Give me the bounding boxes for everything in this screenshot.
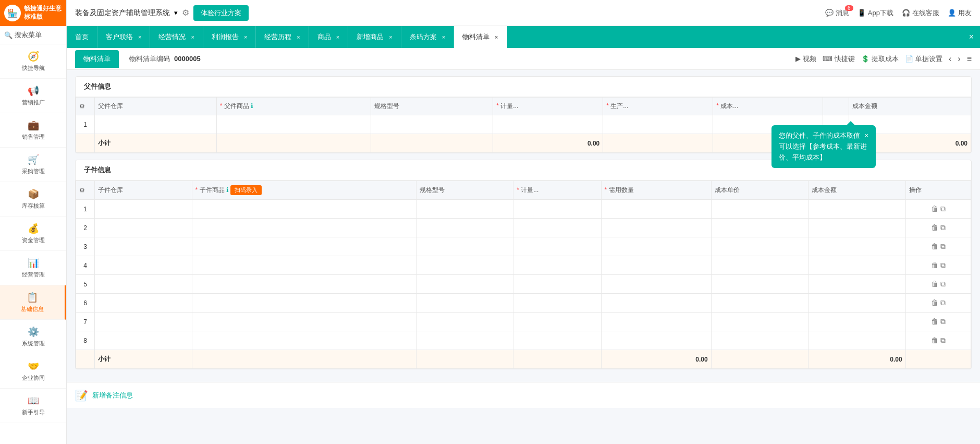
tab-operation-history[interactable]: 经营历程 × [256, 26, 309, 48]
child-row-goods[interactable] [192, 256, 416, 275]
expand-btn[interactable]: ≡ [967, 54, 972, 64]
child-row-unit-cost[interactable] [711, 219, 808, 237]
sidebar-nav-quick-nav[interactable]: 🧭 快捷导航 [0, 44, 66, 79]
child-row-unit[interactable] [513, 275, 601, 294]
copy-icon[interactable]: ⧉ [940, 223, 946, 232]
child-row-action[interactable]: 🗑 ⧉ [905, 200, 971, 219]
user-item[interactable]: 👤 用友 [948, 8, 972, 18]
child-row-unit[interactable] [513, 237, 601, 256]
parent-th-settings[interactable]: ⚙ [76, 98, 95, 115]
child-row-goods[interactable] [192, 200, 416, 219]
child-row-quantity[interactable] [601, 331, 711, 350]
tab-barcode-plan-close[interactable]: × [442, 34, 445, 40]
child-row-goods[interactable] [192, 237, 416, 256]
copy-icon[interactable]: ⧉ [940, 317, 946, 326]
child-row-spec[interactable] [416, 294, 513, 313]
delete-icon[interactable]: 🗑 [931, 298, 938, 307]
child-row-spec[interactable] [416, 237, 513, 256]
delete-icon[interactable]: 🗑 [931, 280, 938, 289]
delete-icon[interactable]: 🗑 [931, 205, 938, 213]
child-row-unit-cost[interactable] [711, 294, 808, 313]
tab-new-goods-close[interactable]: × [389, 34, 392, 40]
child-row-action[interactable]: 🗑 ⧉ [905, 331, 971, 350]
tab-operation-status-close[interactable]: × [191, 34, 194, 40]
child-row-unit[interactable] [513, 256, 601, 275]
sidebar-nav-inventory[interactable]: 📦 库存核算 [0, 182, 66, 217]
child-row-warehouse[interactable] [95, 237, 192, 256]
child-th-settings[interactable]: ⚙ [76, 181, 95, 200]
child-row-spec[interactable] [416, 200, 513, 219]
child-row-quantity[interactable] [601, 294, 711, 313]
search-menu[interactable]: 🔍 搜索菜单 [0, 26, 66, 44]
child-row-action[interactable]: 🗑 ⧉ [905, 219, 971, 237]
single-settings-action[interactable]: 📄 单据设置 [905, 54, 942, 64]
online-service-item[interactable]: 🎧 在线客服 [902, 8, 939, 18]
tab-new-goods[interactable]: 新增商品 × [348, 26, 401, 48]
child-row-warehouse[interactable] [95, 256, 192, 275]
tab-profit-report[interactable]: 利润报告 × [203, 26, 256, 48]
child-row-quantity[interactable] [601, 200, 711, 219]
app-download-item[interactable]: 📱 App下载 [858, 8, 893, 18]
tab-operation-status[interactable]: 经营情况 × [150, 26, 203, 48]
delete-icon[interactable]: 🗑 [931, 223, 938, 232]
add-note-icon[interactable]: 📝 [75, 389, 88, 402]
delete-icon[interactable]: 🗑 [931, 336, 938, 345]
child-row-goods[interactable] [192, 294, 416, 313]
child-row-goods[interactable] [192, 313, 416, 331]
parent-row-spec[interactable] [371, 115, 493, 134]
tab-bom-list-close[interactable]: × [495, 34, 498, 40]
copy-icon[interactable]: ⧉ [940, 242, 946, 251]
child-row-unit-cost[interactable] [711, 256, 808, 275]
child-row-action[interactable]: 🗑 ⧉ [905, 275, 971, 294]
child-row-unit[interactable] [513, 219, 601, 237]
child-row-warehouse[interactable] [95, 275, 192, 294]
sidebar-nav-base-info[interactable]: 📋 基础信息 [0, 285, 66, 320]
child-row-unit[interactable] [513, 200, 601, 219]
child-row-quantity[interactable] [601, 256, 711, 275]
tab-operation-history-close[interactable]: × [297, 34, 300, 40]
child-goods-info-icon[interactable]: ℹ [226, 186, 229, 194]
sidebar-nav-guide[interactable]: 📖 新手引导 [0, 389, 66, 423]
child-row-spec[interactable] [416, 219, 513, 237]
child-row-spec[interactable] [416, 331, 513, 350]
tooltip-close-btn[interactable]: × [864, 130, 868, 141]
delete-icon[interactable]: 🗑 [931, 242, 938, 251]
tab-home[interactable]: 首页 [67, 26, 97, 48]
message-item[interactable]: 💬 消息 6 [825, 8, 849, 18]
child-row-warehouse[interactable] [95, 200, 192, 219]
tab-goods[interactable]: 商品 × [309, 26, 348, 48]
child-row-action[interactable]: 🗑 ⧉ [905, 294, 971, 313]
child-row-unit-cost[interactable] [711, 237, 808, 256]
copy-icon[interactable]: ⧉ [940, 280, 946, 289]
sidebar-nav-purchase[interactable]: 🛒 采购管理 [0, 148, 66, 182]
header-dropdown-icon[interactable]: ▾ [174, 9, 178, 17]
tabs-end-close[interactable]: × [967, 32, 976, 42]
sub-tab-bom-code[interactable]: 物料清单编码 0000005 [121, 50, 209, 68]
child-row-action[interactable]: 🗑 ⧉ [905, 256, 971, 275]
parent-goods-info-icon[interactable]: ℹ [251, 102, 253, 110]
child-row-warehouse[interactable] [95, 313, 192, 331]
child-row-action[interactable]: 🗑 ⧉ [905, 313, 971, 331]
tab-customers-close[interactable]: × [138, 34, 141, 40]
sub-tab-bom-list[interactable]: 物料清单 [75, 50, 119, 68]
shortcut-action[interactable]: ⌨ 快捷键 [823, 54, 855, 64]
sidebar-nav-system[interactable]: ⚙️ 系统管理 [0, 320, 66, 354]
child-row-spec[interactable] [416, 275, 513, 294]
settings-icon[interactable]: ⚙ [182, 8, 189, 18]
child-row-unit-cost[interactable] [711, 200, 808, 219]
view-action[interactable]: ▶ 视频 [795, 54, 816, 64]
parent-row-warehouse[interactable] [95, 115, 217, 134]
delete-icon[interactable]: 🗑 [931, 261, 938, 270]
child-row-spec[interactable] [416, 256, 513, 275]
child-row-quantity[interactable] [601, 275, 711, 294]
child-row-spec[interactable] [416, 313, 513, 331]
child-row-warehouse[interactable] [95, 294, 192, 313]
copy-icon[interactable]: ⧉ [940, 336, 946, 345]
parent-row-goods[interactable] [216, 115, 371, 134]
child-row-quantity[interactable] [601, 237, 711, 256]
tab-bom-list[interactable]: 物料清单 × [454, 26, 507, 48]
child-row-goods[interactable] [192, 219, 416, 237]
child-row-warehouse[interactable] [95, 219, 192, 237]
child-row-unit[interactable] [513, 331, 601, 350]
child-row-quantity[interactable] [601, 313, 711, 331]
